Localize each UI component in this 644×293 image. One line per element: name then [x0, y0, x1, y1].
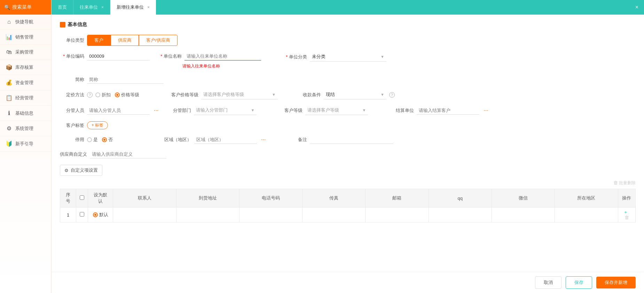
main-area: 首页 往来单位 × 新增往来单位 × × 基本信息 单位类型 客户 供应商 客户… — [52, 0, 644, 293]
sidebar-item-guide[interactable]: 🔰 新手引导 — [0, 136, 51, 152]
row-address-input[interactable] — [180, 212, 236, 218]
add-tag-label: + 标签 — [92, 122, 103, 128]
row-default-dot — [94, 214, 96, 216]
row-area[interactable] — [555, 207, 618, 222]
unit-name-input[interactable] — [184, 52, 261, 60]
radio-price-level-label: 价格等级 — [121, 92, 139, 98]
row-qq[interactable] — [429, 207, 492, 222]
payment-terms-select[interactable]: 现结 ▼ — [324, 90, 386, 99]
unit-type-group: 客户 供应商 客户/供应商 — [87, 35, 178, 46]
row-delete-btn[interactable]: 🗑 — [625, 215, 629, 220]
sidebar-item-label: 销售管理 — [15, 34, 33, 40]
row-fax-input[interactable] — [306, 212, 362, 218]
settlement-field: 结算单位 ··· — [390, 106, 489, 115]
radio-discount[interactable]: 折扣 — [95, 92, 111, 98]
save-new-button[interactable]: 保存并新增 — [596, 277, 636, 288]
tab-partners[interactable]: 往来单位 × — [73, 0, 110, 15]
row-email[interactable] — [366, 207, 429, 222]
sidebar-item-operations[interactable]: 📋 经营管理 — [0, 90, 51, 106]
supplier-custom-row: 供应商自定义 — [60, 150, 636, 158]
settlement-label: 结算单位 — [390, 107, 414, 114]
row-default-radio[interactable]: 默认 — [92, 212, 109, 218]
col-fax: 传真 — [303, 189, 366, 207]
customer-level-select[interactable]: 请选择客户等级 ▼ — [305, 106, 368, 115]
unit-category-select[interactable]: 未分类 ▼ — [310, 52, 386, 62]
customer-tag-field: 客户标签 + 标签 — [60, 121, 636, 129]
pricing-help-icon[interactable]: ? — [87, 92, 93, 98]
tab-bar-close[interactable]: × — [630, 4, 644, 10]
settlement-input[interactable] — [417, 106, 479, 115]
row-area-input[interactable] — [558, 212, 614, 218]
tab-new-partner[interactable]: 新增往来单位 × — [110, 0, 156, 15]
department-field: 分管部门 请输入分管部门 ▼ — [167, 106, 271, 115]
region-dots-btn[interactable]: ··· — [260, 137, 267, 143]
unit-code-input[interactable] — [87, 52, 150, 60]
row-phone-input[interactable] — [243, 212, 299, 218]
select-all-checkbox[interactable] — [80, 195, 84, 200]
tab-home-label: 首页 — [58, 4, 67, 10]
custom-settings-btn[interactable]: ⚙ 自定义项设置 — [60, 165, 102, 176]
sidebar-header[interactable]: 🔍 搜索菜单 — [0, 0, 51, 15]
row-fax[interactable] — [303, 207, 366, 222]
radio-no[interactable]: 否 — [102, 137, 113, 143]
sidebar-item-finance[interactable]: 💰 资金管理 — [0, 75, 51, 90]
batch-delete-label[interactable]: 批量删除 — [619, 180, 636, 185]
manager-field: 分管人员 ··· — [60, 106, 160, 115]
region-input[interactable] — [194, 136, 257, 144]
short-name-field: 简称 — [60, 75, 636, 84]
radio-yes[interactable]: 是 — [87, 137, 98, 143]
sidebar-item-sales[interactable]: 📊 销售管理 — [0, 30, 51, 45]
note-input[interactable] — [310, 136, 393, 144]
sidebar-item-inventory[interactable]: 📦 库存核算 — [0, 60, 51, 75]
manager-dots-btn[interactable]: ··· — [152, 107, 160, 114]
col-default: 设为默认 — [88, 189, 113, 207]
department-select[interactable]: 请输入分管部门 ▼ — [194, 106, 257, 115]
manager-row: 分管人员 ··· 分管部门 请输入分管部门 ▼ 客户等级 请选择客户等级 ▼ — [60, 106, 636, 115]
sidebar-item-quick-nav[interactable]: ⌂ 快捷导航 — [0, 15, 51, 30]
row-wechat-input[interactable] — [495, 212, 551, 218]
row-address[interactable] — [176, 207, 239, 222]
row-checkbox-input[interactable] — [80, 212, 84, 217]
settlement-dots-btn[interactable]: ··· — [482, 107, 489, 114]
add-tag-btn[interactable]: + 标签 — [87, 121, 108, 129]
row-contact[interactable] — [113, 207, 176, 222]
sidebar-item-purchase[interactable]: 🛍 采购管理 — [0, 45, 51, 60]
customer-price-level-select[interactable]: 请选择客户价格等级 ▼ — [201, 90, 278, 99]
unit-type-both[interactable]: 客户/供应商 — [139, 35, 178, 46]
supplier-custom-input[interactable] — [90, 150, 166, 158]
payment-terms-value: 现结 — [326, 91, 335, 98]
row-default: 默认 — [88, 207, 113, 222]
tab-new-partner-close[interactable]: × — [147, 5, 150, 9]
custom-settings-wrapper: ⚙ 自定义项设置 — [60, 165, 636, 176]
unit-code-field: * 单位编码 — [60, 52, 157, 60]
tab-home[interactable]: 首页 — [52, 0, 73, 15]
manager-input[interactable] — [87, 106, 150, 115]
sidebar-item-basic-info[interactable]: ℹ 基础信息 — [0, 106, 51, 121]
required-star-code: * — [63, 54, 65, 59]
row-qq-input[interactable] — [432, 212, 488, 218]
cancel-button[interactable]: 取消 — [535, 276, 561, 289]
short-name-input[interactable] — [87, 75, 164, 84]
sidebar-item-system[interactable]: ⚙ 系统管理 — [0, 121, 51, 136]
row-checkbox — [76, 207, 88, 222]
row-email-input[interactable] — [369, 212, 425, 218]
unit-type-customer[interactable]: 客户 — [87, 35, 111, 46]
disabled-radio-group: 是 否 — [87, 137, 113, 143]
bottom-bar: 取消 保存 保存并新增 — [52, 272, 644, 293]
payment-help-icon[interactable]: ? — [389, 92, 395, 98]
row-contact-input[interactable] — [117, 212, 172, 218]
tab-partners-label: 往来单位 — [80, 4, 98, 10]
unit-name-field: * 单位名称 请输入往来单位名称 — [157, 52, 276, 69]
save-button[interactable]: 保存 — [566, 276, 592, 289]
unit-type-supplier[interactable]: 供应商 — [111, 35, 139, 46]
region-label: 区域（地区） — [164, 137, 191, 143]
row-add-btn[interactable]: + — [624, 210, 627, 215]
radio-price-level[interactable]: 价格等级 — [115, 92, 139, 98]
tab-partners-close[interactable]: × — [101, 5, 104, 9]
row-phone[interactable] — [239, 207, 302, 222]
radio-price-level-dot — [116, 94, 118, 96]
row-wechat[interactable] — [492, 207, 555, 222]
radio-discount-circle — [95, 92, 100, 97]
col-action: 操作 — [618, 189, 636, 207]
code-name-category-row: * 单位编码 * 单位名称 请输入往来单位名称 * 单位分类 — [60, 52, 636, 69]
